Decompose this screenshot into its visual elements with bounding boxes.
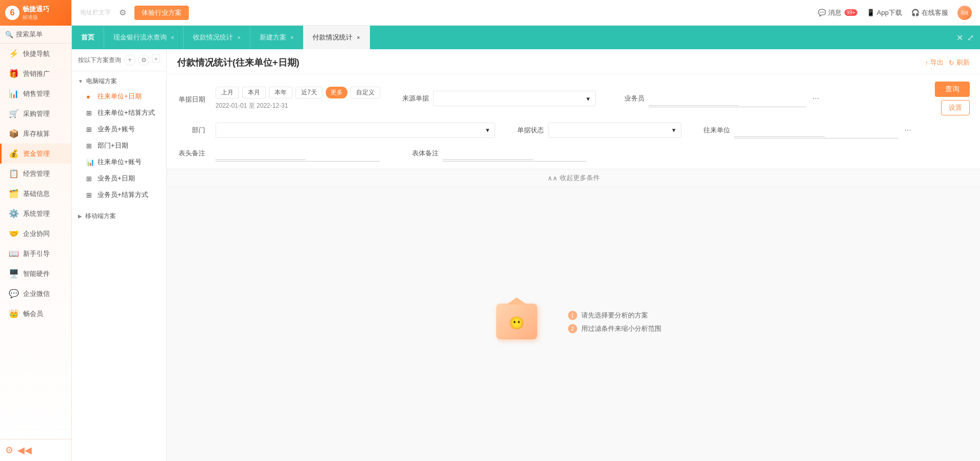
sidebar-item-inventory[interactable]: 📦 库存核算 bbox=[0, 124, 71, 144]
date-btn-7days[interactable]: 近7天 bbox=[296, 87, 323, 98]
collapse-sidebar-icon[interactable]: ◀◀ bbox=[17, 445, 32, 456]
sidebar-item-system[interactable]: ⚙️ 系统管理 bbox=[0, 204, 71, 224]
tab-receipts[interactable]: 收款情况统计 × bbox=[184, 26, 250, 49]
app-download-icon: 📱 bbox=[867, 9, 875, 16]
scheme-group-mobile-title[interactable]: ▶ 移动端方案 bbox=[72, 209, 166, 223]
scheme-group-desktop-title[interactable]: ▼ 电脑端方案 bbox=[72, 74, 166, 88]
tab-payments-close[interactable]: × bbox=[357, 34, 360, 41]
tab-payments[interactable]: 付款情况统计 × bbox=[303, 26, 369, 49]
counterparty-input[interactable] bbox=[734, 122, 825, 137]
scheme-item-dept-date[interactable]: ⊞ 部门+日期 bbox=[72, 137, 166, 154]
sidebar-item-sales[interactable]: 📊 销售管理 bbox=[0, 84, 71, 104]
sidebar-item-purchase[interactable]: 🛒 采购管理 bbox=[0, 104, 71, 124]
finance-icon: 💰 bbox=[9, 149, 19, 158]
nav-label: 系统管理 bbox=[23, 209, 50, 218]
settings-bottom-icon[interactable]: ⚙ bbox=[5, 445, 13, 456]
tab-home[interactable]: 首页 bbox=[72, 26, 104, 49]
sidebar-item-member[interactable]: 👑 畅会员 bbox=[0, 304, 71, 324]
table-body-note-wrap bbox=[443, 145, 586, 162]
tab-new-scheme[interactable]: 新建方案 × bbox=[250, 26, 303, 49]
online-service-btn[interactable]: 🎧 在线客服 bbox=[911, 8, 948, 17]
scheme-item-staff-date[interactable]: ⊞ 业务员+日期 bbox=[72, 170, 166, 187]
source-filter-label: 来源单据 bbox=[401, 94, 429, 103]
refresh-button[interactable]: ↻ 刷新 bbox=[949, 58, 970, 67]
date-btn-last-month[interactable]: 上月 bbox=[215, 87, 239, 98]
nav-label: 资金管理 bbox=[23, 149, 50, 158]
sidebar-item-smart[interactable]: 🖥️ 智能硬件 bbox=[0, 264, 71, 284]
step2-num: 2 bbox=[568, 324, 577, 333]
tab-receipts-close[interactable]: × bbox=[237, 34, 240, 41]
export-button[interactable]: ↑ 导出 bbox=[925, 58, 944, 67]
app-download-label: App下载 bbox=[877, 8, 902, 17]
empty-state-text: 1 请先选择要分析的方案 2 用过滤条件来缩小分析范围 bbox=[568, 311, 661, 337]
empty-step-1: 1 请先选择要分析的方案 bbox=[568, 311, 661, 320]
settings-button[interactable]: 设置 bbox=[941, 100, 970, 115]
sidebar-item-finance[interactable]: 💰 资金管理 bbox=[0, 144, 71, 164]
scheme-item-active-icon: ● bbox=[86, 93, 94, 101]
sidebar-item-enterprise[interactable]: 🤝 企业协同 bbox=[0, 224, 71, 244]
sidebar-item-basic[interactable]: 🗂️ 基础信息 bbox=[0, 184, 71, 204]
tab-cashflow-close[interactable]: × bbox=[171, 34, 174, 41]
date-btn-custom[interactable]: 自定义 bbox=[350, 87, 380, 98]
date-btn-this-year[interactable]: 本年 bbox=[269, 87, 292, 98]
messages-btn[interactable]: 💬 消息 99+ bbox=[818, 8, 857, 17]
page-actions: ↑ 导出 ↻ 刷新 bbox=[925, 58, 970, 67]
counterparty-dots-icon[interactable]: ··· bbox=[903, 126, 913, 135]
scheme-item-label: 业务员+结算方式 bbox=[97, 190, 148, 199]
date-btn-this-month[interactable]: 本月 bbox=[242, 87, 266, 98]
topbar-settings-icon[interactable]: ⚙ bbox=[119, 8, 126, 17]
dept-filter-label: 部门 bbox=[177, 126, 205, 135]
filter-row-3: 表头备注 表体备注 bbox=[177, 145, 970, 162]
sidebar-search[interactable]: 🔍 搜索菜单 bbox=[0, 26, 71, 44]
collapse-icon: ∧∧ bbox=[547, 174, 558, 182]
scheme-item-staff-account[interactable]: ⊞ 业务员+账号 bbox=[72, 121, 166, 137]
sidebar-item-marketing[interactable]: 🎁 营销推广 bbox=[0, 64, 71, 84]
nav-label: 企业协同 bbox=[23, 229, 50, 238]
collapse-bar[interactable]: ∧∧ 收起更多条件 bbox=[167, 169, 980, 187]
counterparty-input-wrap bbox=[734, 122, 898, 138]
sidebar-item-guide[interactable]: 📖 新手引导 bbox=[0, 244, 71, 264]
scheme-item-grid2-icon: ⊞ bbox=[86, 126, 94, 133]
source-select[interactable]: ▾ bbox=[433, 91, 596, 106]
scheme-item-unit-settle[interactable]: ⊞ 往来单位+结算方式 bbox=[72, 105, 166, 121]
tab-cashflow[interactable]: 现金银行流水查询 × bbox=[104, 26, 184, 49]
sidebar: 6 畅捷通巧 标准版 🔍 搜索菜单 ⚡ 快捷导航 🎁 营销推广 📊 销售管理 🛒… bbox=[0, 0, 72, 461]
content-area: 按以下方案查询 + ⚙ « ▼ 电脑端方案 ● 往来单位+日期 ⊞ bbox=[72, 49, 980, 461]
system-icon: ⚙️ bbox=[9, 209, 19, 218]
address-bar: 地址栏文字 bbox=[80, 8, 111, 17]
sidebar-item-operation[interactable]: 📋 经营管理 bbox=[0, 164, 71, 184]
dept-select[interactable]: ▾ bbox=[215, 123, 495, 138]
tab-close-all-icon[interactable]: ✕ bbox=[956, 33, 963, 43]
tab-payments-label: 付款情况统计 bbox=[312, 33, 352, 42]
sales-icon: 📊 bbox=[9, 89, 19, 98]
scheme-item-unit-account[interactable]: 📊 往来单位+账号 bbox=[72, 154, 166, 170]
trial-button[interactable]: 体验行业方案 bbox=[134, 6, 189, 20]
staff-dots-icon[interactable]: ··· bbox=[810, 94, 821, 103]
staff-input[interactable] bbox=[649, 90, 739, 106]
inventory-icon: 📦 bbox=[9, 129, 19, 138]
group-mobile-label: 移动端方案 bbox=[85, 212, 116, 221]
service-icon: 🎧 bbox=[911, 9, 919, 16]
app-download-btn[interactable]: 📱 App下载 bbox=[867, 8, 902, 17]
sidebar-item-quick-nav[interactable]: ⚡ 快捷导航 bbox=[0, 44, 71, 64]
order-status-select[interactable]: ▾ bbox=[548, 123, 681, 138]
table-body-note-input[interactable] bbox=[443, 145, 533, 160]
sidebar-item-wechat[interactable]: 💬 企业微信 bbox=[0, 284, 71, 304]
date-btn-more[interactable]: 更多 bbox=[326, 87, 347, 98]
page-header: 付款情况统计(往来单位+日期) ↑ 导出 ↻ 刷新 bbox=[167, 49, 980, 74]
scheme-item-staff-settle[interactable]: ⊞ 业务员+结算方式 bbox=[72, 187, 166, 203]
nav-label: 库存核算 bbox=[23, 129, 50, 138]
scheme-add-icon[interactable]: + bbox=[124, 54, 135, 66]
query-button[interactable]: 查询 bbox=[935, 82, 970, 97]
scheme-collapse-btn[interactable]: « bbox=[152, 54, 160, 63]
logo-text-wrap: 畅捷通巧 标准版 bbox=[23, 5, 49, 21]
scheme-group-mobile: ▶ 移动端方案 bbox=[72, 206, 166, 226]
tab-expand-icon[interactable]: ⤢ bbox=[967, 33, 974, 43]
scheme-item-grid5-icon: ⊞ bbox=[86, 191, 94, 199]
tab-new-scheme-close[interactable]: × bbox=[290, 34, 293, 41]
user-avatar[interactable]: Rit bbox=[957, 6, 972, 20]
export-icon: ↑ bbox=[925, 59, 929, 67]
scheme-item-unit-date[interactable]: ● 往来单位+日期 bbox=[72, 88, 166, 105]
table-header-note-input[interactable] bbox=[215, 145, 306, 160]
scheme-settings-icon[interactable]: ⚙ bbox=[138, 54, 149, 66]
